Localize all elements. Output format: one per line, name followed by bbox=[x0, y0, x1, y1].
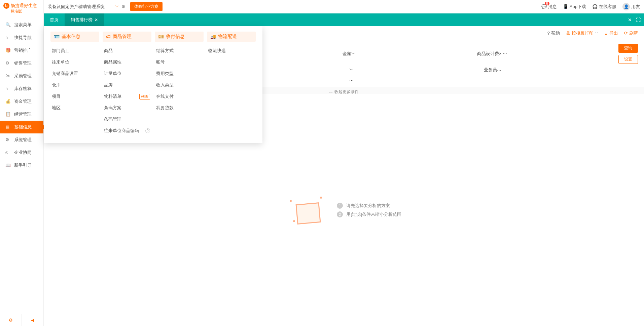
more-icon[interactable]: ⋯ bbox=[503, 51, 507, 56]
tabbar: 首页 销售排行榜 ✕ ✕ ⛶ bbox=[44, 13, 644, 26]
flyout-item-brand[interactable]: 品牌 bbox=[103, 79, 151, 91]
more-icon[interactable]: ⋯ bbox=[349, 78, 354, 83]
flyout-title: 收付信息 bbox=[166, 34, 185, 40]
amount-select[interactable]: ﹀ bbox=[351, 51, 356, 57]
flyout-heading: 🪪基本信息 bbox=[50, 32, 99, 42]
brand-icon: b bbox=[3, 3, 9, 9]
chevron-down-icon: ﹀ bbox=[595, 31, 598, 36]
salesperson-input[interactable]: ⋯ bbox=[497, 68, 501, 73]
chevron-up-icon: ︿ bbox=[329, 89, 333, 94]
tab-home[interactable]: 首页 bbox=[44, 13, 65, 26]
flyout-item-staff[interactable]: 部门员工 bbox=[50, 45, 99, 56]
flyout-heading: 🏷商品管理 bbox=[103, 32, 151, 42]
query-button[interactable]: 查询 bbox=[618, 44, 638, 53]
flyout-item-goods[interactable]: 商品 bbox=[103, 45, 151, 56]
sidebar-item-sales[interactable]: ⚙销售管理 bbox=[0, 57, 43, 70]
sidebar-item-operations[interactable]: 📋经营管理 bbox=[0, 108, 43, 121]
salesperson-label: 业务员 bbox=[484, 67, 497, 73]
messages-badge: 6 bbox=[545, 2, 549, 5]
chip-remove-icon[interactable]: × bbox=[499, 51, 502, 56]
more-icon[interactable]: ⋯ bbox=[497, 68, 501, 73]
flyout-item-account[interactable]: 账号 bbox=[155, 56, 204, 68]
sidebar-item-funds[interactable]: 💰资金管理 bbox=[0, 95, 43, 108]
step-number: 2 bbox=[337, 211, 343, 217]
app-download-button[interactable]: 📱 App下载 bbox=[563, 4, 586, 10]
gift-icon: 🎁 bbox=[5, 48, 11, 53]
system-settings-icon[interactable]: ⚙ bbox=[121, 4, 126, 9]
flyout-item-barcode-plan[interactable]: 条码方案 bbox=[103, 102, 151, 114]
sidebar-collapse-button[interactable]: ◀ bbox=[22, 314, 43, 326]
fullscreen-button[interactable]: ⛶ bbox=[636, 17, 641, 23]
experience-button[interactable]: 体验行业方案 bbox=[130, 2, 163, 11]
flyout-item-region[interactable]: 地区 bbox=[50, 102, 99, 114]
tab-sales-ranking[interactable]: 销售排行榜 ✕ bbox=[65, 13, 104, 26]
help-label: 帮助 bbox=[551, 30, 560, 36]
flyout-item-expense-type[interactable]: 费用类型 bbox=[155, 68, 204, 79]
flyout-item-goods-attr[interactable]: 商品属性 bbox=[103, 56, 151, 68]
sidebar-item-search[interactable]: 🔍搜索菜单 bbox=[0, 18, 43, 31]
sidebar-item-system[interactable]: ⚙系统管理 bbox=[0, 133, 43, 146]
close-all-tabs-button[interactable]: ✕ bbox=[628, 17, 632, 23]
product-input[interactable]: 设计费× ⋯ bbox=[486, 51, 507, 57]
user-menu[interactable]: 👤 用友 bbox=[622, 3, 640, 10]
sidebar-item-basicinfo[interactable]: ▦基础信息 bbox=[0, 121, 43, 133]
print-template-button[interactable]: 🖶按模板打印﹀ bbox=[566, 30, 598, 36]
gear-icon: ⚙ bbox=[5, 137, 11, 142]
sidebar-item-label: 资金管理 bbox=[14, 98, 32, 105]
system-name: 装备及固定资产辅助管理系统 bbox=[48, 4, 105, 10]
print-icon: 🖶 bbox=[566, 31, 570, 36]
sidebar-item-label: 经营管理 bbox=[14, 111, 32, 117]
messages-button[interactable]: 💬 消息 6 bbox=[541, 4, 557, 10]
settings-button[interactable]: 设置 bbox=[618, 55, 638, 64]
flyout-item-express[interactable]: 物流快递 bbox=[207, 45, 256, 56]
export-icon: ⤓ bbox=[604, 31, 608, 36]
sidebar-item-guide[interactable]: 📖新手引导 bbox=[0, 159, 43, 172]
sidebar-footer: ⚙ ◀ bbox=[0, 314, 43, 326]
help-icon[interactable]: ? bbox=[145, 128, 150, 133]
system-selector[interactable]: 装备及固定资产辅助管理系统 bbox=[48, 4, 115, 10]
flyout-item-allowsale[interactable]: 允销商品设置 bbox=[50, 68, 99, 79]
sidebar-item-label: 新手引导 bbox=[14, 162, 32, 168]
header: 装备及固定资产辅助管理系统 ﹀ ⚙ 体验行业方案 💬 消息 6 📱 App下载 … bbox=[44, 0, 644, 13]
sidebar-item-quicknav[interactable]: ⌂快捷导航 bbox=[0, 31, 43, 44]
close-icon[interactable]: ✕ bbox=[95, 17, 98, 22]
collapse-icon: ◀ bbox=[31, 318, 34, 323]
flyout-item-partner-goods-code[interactable]: 往来单位商品编码? bbox=[103, 125, 151, 136]
money-icon: 💰 bbox=[5, 99, 11, 104]
online-service-button[interactable]: 🎧 在线客服 bbox=[592, 4, 616, 10]
flyout-item-online-pay[interactable]: 在线支付 bbox=[155, 91, 204, 102]
flyout-heading: 🚚物流配送 bbox=[207, 32, 256, 42]
flyout-item-partners[interactable]: 往来单位 bbox=[50, 56, 99, 68]
sidebar-item-label: 库存核算 bbox=[14, 86, 32, 92]
sidebar-item-inventory[interactable]: ⌂库存核算 bbox=[0, 82, 43, 95]
sidebar-item-purchase[interactable]: 🛍采购管理 bbox=[0, 70, 43, 82]
flyout-item-income-type[interactable]: 收入类型 bbox=[155, 79, 204, 91]
extra-input[interactable]: ⋯ bbox=[349, 78, 354, 83]
empty-step-1: 1请先选择要分析的方案 bbox=[337, 203, 401, 209]
list-tag: 列表 bbox=[139, 94, 150, 99]
flyout-item-settlement[interactable]: 结算方式 bbox=[155, 45, 204, 56]
flyout-item-barcode-mgmt[interactable]: 条码管理 bbox=[103, 114, 151, 125]
refresh-button[interactable]: ⟳刷新 bbox=[624, 30, 638, 36]
export-button[interactable]: ⤓导出 bbox=[604, 30, 618, 36]
flyout-item-warehouse[interactable]: 仓库 bbox=[50, 79, 99, 91]
messages-label: 消息 bbox=[548, 4, 557, 10]
help-button[interactable]: ?帮助 bbox=[547, 30, 560, 36]
empty-step-2: 2用[过滤]条件来缩小分析范围 bbox=[337, 211, 401, 217]
sidebar-item-label: 系统管理 bbox=[14, 137, 32, 143]
sidebar-item-collab[interactable]: ⎋企业协同 bbox=[0, 146, 43, 159]
brand-edition: 标准版 bbox=[11, 9, 40, 14]
flyout-item-loan[interactable]: 我要贷款 bbox=[155, 102, 204, 114]
flyout-item-project[interactable]: 项目 bbox=[50, 91, 99, 102]
flyout-col-goods: 🏷商品管理 商品 商品属性 计量单位 品牌 物料清单列表 条码方案 条码管理 往… bbox=[103, 32, 151, 136]
sidebar-settings-button[interactable]: ⚙ bbox=[0, 314, 22, 326]
extra-select[interactable]: ﹀ bbox=[349, 67, 354, 73]
flyout-item-bom[interactable]: 物料清单列表 bbox=[103, 91, 151, 102]
phone-icon: 📱 bbox=[563, 4, 568, 9]
sidebar-item-marketing[interactable]: 🎁营销推广 bbox=[0, 44, 43, 57]
flyout-title: 基本信息 bbox=[62, 34, 80, 40]
id-card-icon: 🪪 bbox=[54, 34, 60, 39]
flyout-item-unit[interactable]: 计量单位 bbox=[103, 68, 151, 79]
headset-icon: 🎧 bbox=[592, 4, 598, 9]
chevron-down-icon[interactable]: ﹀ bbox=[115, 4, 119, 10]
